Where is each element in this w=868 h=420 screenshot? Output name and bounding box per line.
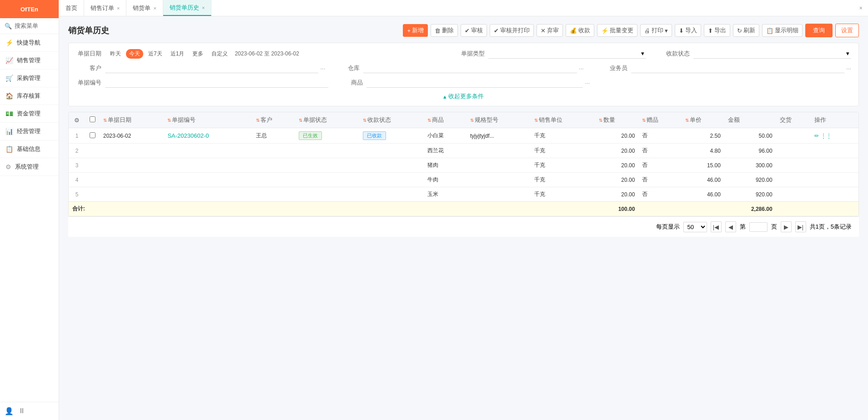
cell-doc-no[interactable] [164,187,252,202]
settings-gear-icon[interactable] [74,117,80,124]
th-settings[interactable] [69,112,85,128]
export-button[interactable]: ⬆ 导出 [704,24,730,37]
abandon-button[interactable]: ✕ 弃审 [537,24,563,37]
date-tag-more[interactable]: 更多 [189,49,206,59]
th-payment-status[interactable]: ⇅收款状态 [359,112,423,128]
import-button[interactable]: ⬇ 导入 [675,24,701,37]
setting-button[interactable]: 设置 [835,24,859,37]
cell-checkbox[interactable] [85,128,100,144]
add-button[interactable]: + 新增 [403,24,428,37]
date-tag-1month[interactable]: 近1月 [167,49,188,59]
cell-checkbox[interactable] [85,187,100,202]
tab-bar-close-all[interactable]: × [853,5,868,11]
th-checkbox[interactable] [85,112,100,128]
cell-qty: 20.00 [595,187,639,202]
last-page-button[interactable]: ▶| [795,221,806,232]
goods-input[interactable] [366,78,583,88]
audit-print-button[interactable]: ✔ 审核并打印 [490,24,534,37]
th-spec[interactable]: ⇅规格型号 [467,112,531,128]
th-doc-status[interactable]: ⇅单据状态 [295,112,359,128]
tab-sales-history[interactable]: 销货单历史 × [163,0,211,16]
cell-unit: 千克 [531,158,595,173]
cell-amount: 300.00 [724,158,776,173]
sidebar-search[interactable]: 搜索菜单 [0,18,59,34]
next-page-button[interactable]: ▶ [781,221,792,232]
pause-icon[interactable] [18,407,25,415]
sidebar-item-stock[interactable]: 库存核算 [0,87,59,105]
tab-close-history[interactable]: × [202,5,205,10]
cell-goods: 玉米 [424,187,467,202]
tab-sales-order[interactable]: 销售订单 × [84,0,126,16]
sidebar-item-info[interactable]: 基础信息 [0,140,59,158]
delete-button[interactable]: 🗑 删除 [431,24,458,37]
sidebar-item-system[interactable]: 系统管理 [0,158,59,176]
page-number-input[interactable]: 1 [749,222,768,232]
tab-home[interactable]: 首页 [59,0,84,16]
user-icon[interactable] [5,407,14,415]
date-tag-7days[interactable]: 近7天 [145,49,166,59]
th-customer[interactable]: ⇅客户 [252,112,295,128]
display-detail-button[interactable]: 📋 显示明细 [762,24,803,37]
cell-doc-no[interactable] [164,173,252,187]
salesperson-input[interactable] [631,63,844,73]
tab-close-sales-order[interactable]: × [117,5,120,11]
audit-button[interactable]: ✔ 审核 [461,24,487,37]
date-tag-yesterday[interactable]: 昨天 [107,49,124,59]
warehouse-dots[interactable]: ··· [579,65,584,72]
cell-price: 46.00 [682,173,724,187]
doc-no-input[interactable] [105,78,328,88]
doc-type-select[interactable] [488,49,646,59]
th-date[interactable]: ⇅单据日期 [100,112,164,128]
edit-action[interactable]: ✏ [814,133,819,139]
cell-date [100,173,164,187]
th-goods[interactable]: ⇅商品 [424,112,467,128]
salesperson-dots[interactable]: ··· [846,65,851,72]
query-button[interactable]: 查询 [805,24,833,37]
goods-dots[interactable]: ··· [585,80,590,86]
refresh-button[interactable]: ↻ 刷新 [733,24,759,37]
tab-sales-goods[interactable]: 销货单 × [126,0,163,16]
view-action[interactable]: ⋮⋮ [821,133,832,139]
th-doc-no[interactable]: ⇅单据编号 [164,112,252,128]
date-tag-custom[interactable]: 自定义 [208,49,231,59]
cell-doc-no[interactable]: SA-20230602-0 [164,128,252,144]
th-gift[interactable]: ⇅赠品 [638,112,681,128]
doc-no-link[interactable]: SA-20230602-0 [167,132,209,139]
print-button[interactable]: 🖨 打印 [640,24,672,37]
collapse-button[interactable]: 收起更多条件 [76,92,851,100]
sidebar-item-finance[interactable]: 资金管理 [0,105,59,123]
date-tag-today[interactable]: 今天 [126,49,143,59]
collect-button[interactable]: 💰 收款 [566,24,594,37]
customer-input[interactable] [105,63,318,73]
th-delivery[interactable]: 交货 [776,112,811,128]
sidebar-item-quick-nav[interactable]: 快捷导航 [0,34,59,52]
cell-doc-no[interactable] [164,144,252,158]
cell-checkbox[interactable] [85,158,100,173]
cell-amount: 920.00 [724,187,776,202]
row-checkbox[interactable] [90,132,95,138]
th-qty[interactable]: ⇅数量 [595,112,639,128]
payment-status-select[interactable] [693,49,851,59]
select-all-checkbox[interactable] [90,116,95,122]
tab-close-sales-goods[interactable]: × [153,5,156,11]
sidebar-item-sales[interactable]: 销售管理 [0,52,59,70]
sort-payment-icon: ⇅ [363,118,366,123]
sidebar-item-manage[interactable]: 经营管理 [0,123,59,140]
sidebar-item-purchase[interactable]: 采购管理 [0,70,59,87]
cell-checkbox[interactable] [85,173,100,187]
table-row: 12023-06-02SA-20230602-0王总已生效已收款小白菜tyjyj… [69,128,858,144]
per-page-select[interactable]: 50 100 200 [683,222,707,232]
warehouse-input[interactable] [363,63,577,73]
th-amount[interactable]: 金额 [724,112,776,128]
th-unit[interactable]: ⇅销售单位 [531,112,595,128]
cell-doc-no[interactable] [164,158,252,173]
filter-customer: 客户 ··· [76,63,325,73]
batch-button[interactable]: ⚡ 批量变更 [597,24,637,37]
first-page-button[interactable]: |◀ [711,221,722,232]
cell-checkbox[interactable] [85,144,100,158]
prev-page-button[interactable]: ◀ [725,221,736,232]
customer-dots[interactable]: ··· [320,65,325,72]
cell-qty: 20.00 [595,128,639,144]
display-icon: 📋 [766,27,773,34]
th-price[interactable]: ⇅单价 [682,112,724,128]
